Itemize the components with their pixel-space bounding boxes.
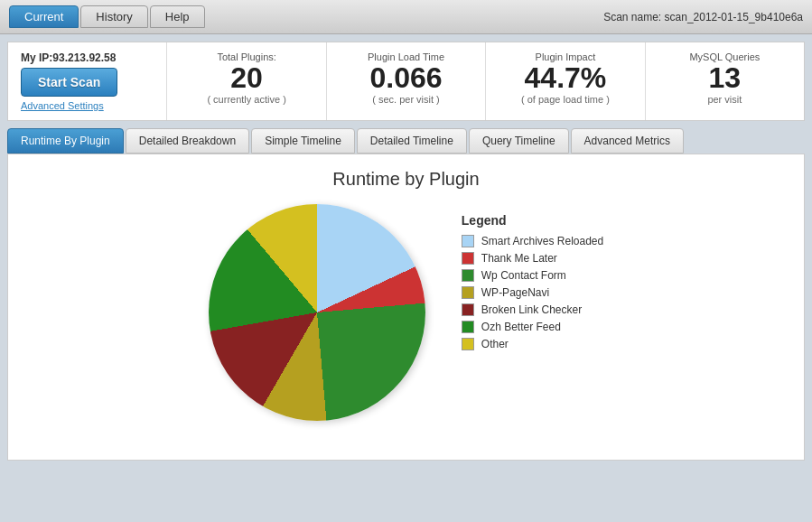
mysql-queries-stat: MySQL Queries 13 per visit [646,42,804,120]
legend-item: Wp Contact Form [462,269,603,282]
chart-title: Runtime by Plugin [23,169,789,190]
legend-label: Broken Link Checker [481,303,582,316]
scan-name: Scan name: scan_2012-01-15_9b410e6a [603,11,803,23]
top-nav: Current History Help Scan name: scan_201… [0,0,812,34]
total-plugins-value: 20 [180,62,313,94]
start-scan-button[interactable]: Start Scan [21,68,117,97]
total-plugins-sub: ( currently active ) [180,94,313,105]
plugin-load-time-value: 0.066 [340,62,472,94]
main-content: Runtime by Plugin Legend Smart Archives … [7,154,805,461]
my-ip-value: 93.213.92.58 [52,51,116,64]
tab-simple-timeline[interactable]: Simple Timeline [251,128,355,154]
legend-label: WP-PageNavi [481,286,549,299]
legend-swatch [462,338,474,350]
legend-label: Smart Archives Reloaded [481,235,603,247]
legend-item: Ozh Better Feed [462,321,603,333]
tab-detailed-breakdown[interactable]: Detailed Breakdown [126,128,249,154]
legend-label: Wp Contact Form [481,269,566,282]
legend-item: Thank Me Later [462,252,603,265]
my-ip-display: My IP:93.213.92.58 [21,51,116,64]
legend-title: Legend [462,213,603,228]
nav-tabs: Current History Help [9,5,205,28]
legend-swatch [462,235,474,247]
plugin-impact-sub: ( of page load time ) [499,94,631,105]
legend: Legend Smart Archives ReloadedThank Me L… [462,213,603,355]
legend-label: Thank Me Later [481,252,557,265]
legend-items: Smart Archives ReloadedThank Me LaterWp … [462,235,603,350]
pie-chart [209,204,425,421]
total-plugins-stat: Total Plugins: 20 ( currently active ) [167,42,326,120]
my-ip-label: My IP: [21,51,52,64]
mysql-queries-sub: per visit [658,94,791,105]
chart-area: Legend Smart Archives ReloadedThank Me L… [23,204,789,421]
my-ip-section: My IP:93.213.92.58 Start Scan Advanced S… [8,42,167,120]
legend-item: Other [462,338,603,350]
legend-item: Broken Link Checker [462,303,603,316]
plugin-impact-value: 44.7% [499,62,631,94]
mysql-queries-value: 13 [658,62,791,94]
legend-swatch [462,303,474,316]
legend-swatch [462,286,474,299]
tab-query-timeline[interactable]: Query Timeline [469,128,569,154]
plugin-impact-stat: Plugin Impact 44.7% ( of page load time … [486,42,645,120]
legend-swatch [462,252,474,265]
legend-item: WP-PageNavi [462,286,603,299]
legend-swatch [462,321,474,333]
nav-tab-help[interactable]: Help [150,5,205,28]
content-tabs: Runtime By Plugin Detailed Breakdown Sim… [7,128,805,154]
legend-item: Smart Archives Reloaded [462,235,603,247]
stats-row: My IP:93.213.92.58 Start Scan Advanced S… [7,42,805,121]
advanced-settings-link[interactable]: Advanced Settings [21,100,104,111]
tab-advanced-metrics[interactable]: Advanced Metrics [571,128,684,154]
legend-label: Other [481,338,509,350]
tab-runtime-by-plugin[interactable]: Runtime By Plugin [7,128,124,154]
nav-tab-current[interactable]: Current [9,5,79,28]
legend-label: Ozh Better Feed [481,321,561,333]
tab-detailed-timeline[interactable]: Detailed Timeline [357,128,467,154]
plugin-load-time-sub: ( sec. per visit ) [340,94,472,105]
legend-swatch [462,269,474,282]
plugin-load-time-stat: Plugin Load Time 0.066 ( sec. per visit … [327,42,486,120]
nav-tab-history[interactable]: History [80,5,147,28]
